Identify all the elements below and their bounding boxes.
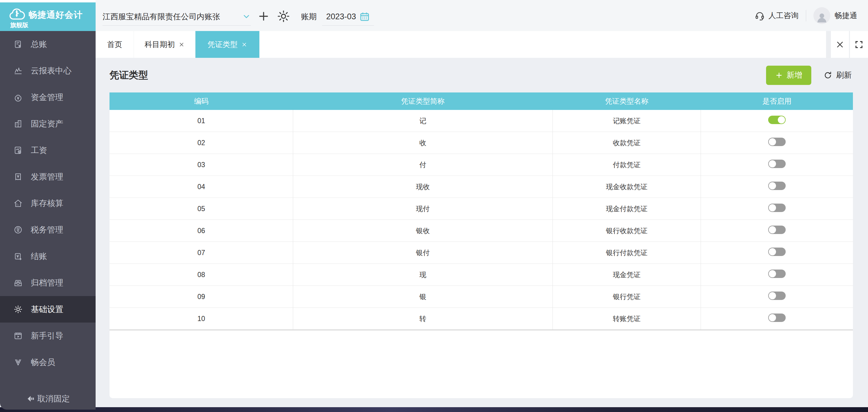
table-row: 09 银 银行凭证 <box>110 286 853 308</box>
fullscreen-button[interactable] <box>850 31 868 58</box>
enable-toggle[interactable] <box>768 182 786 190</box>
cell-code: 05 <box>110 198 293 220</box>
cell-code: 01 <box>110 110 293 132</box>
cell-short-name: 现付 <box>293 198 553 220</box>
tab-label: 凭证类型 <box>208 39 238 49</box>
enable-toggle[interactable] <box>768 116 786 124</box>
close-tab-icon[interactable] <box>241 41 247 47</box>
period-label: 账期 <box>301 11 317 22</box>
plus-icon <box>775 71 783 79</box>
toggle-knob <box>769 270 776 277</box>
refresh-button[interactable]: 刷新 <box>822 70 854 81</box>
enable-toggle[interactable] <box>768 247 786 256</box>
enable-toggle[interactable] <box>768 138 786 146</box>
table-row: 08 现 现金凭证 <box>110 264 853 286</box>
period-value: 2023-03 <box>326 12 356 22</box>
cell-name: 银行凭证 <box>553 286 701 308</box>
support-button[interactable]: 人工咨询 <box>754 10 799 21</box>
sidebar-item-label: 畅会员 <box>31 357 55 368</box>
enable-toggle[interactable] <box>768 313 786 322</box>
voucher-type-card: 编码 凭证类型简称 凭证类型名称 是否启用 01 记 记账凭证 02 收 收款凭… <box>110 93 853 398</box>
cell-enabled <box>701 242 853 264</box>
close-tab-icon[interactable] <box>179 41 185 47</box>
main-content: 凭证类型 新增 刷新 编码 凭证类型简称 凭证类型名称 <box>96 58 868 407</box>
warehouse-icon <box>13 199 23 208</box>
sidebar-item-beginner-guide[interactable]: 新手引导 <box>0 322 96 349</box>
sidebar-item-inventory[interactable]: 库存核算 <box>0 190 96 216</box>
sidebar-item-label: 总账 <box>31 39 47 50</box>
voucher-type-table: 编码 凭证类型简称 凭证类型名称 是否启用 01 记 记账凭证 02 收 收款凭… <box>110 93 853 331</box>
sidebar-item-invoices[interactable]: 发票管理 <box>0 164 96 190</box>
avatar[interactable] <box>813 7 830 24</box>
cell-enabled <box>701 264 853 286</box>
company-name: 江西服宝精品有限责任公司内账张 <box>102 11 220 22</box>
table-row: 05 现付 现金付款凭证 <box>110 198 853 220</box>
sidebar-item-salary[interactable]: 工资 <box>0 137 96 164</box>
add-button[interactable]: 新增 <box>766 66 811 85</box>
cell-code: 03 <box>110 154 293 176</box>
cell-name: 现金收款凭证 <box>553 176 701 198</box>
sidebar: 总账 云报表中心 资金管理 固定资产 <box>0 31 96 410</box>
toggle-knob <box>769 226 776 233</box>
report-chart-icon <box>13 66 23 76</box>
tab-subject-init[interactable]: 科目期初 <box>134 31 195 58</box>
enable-toggle[interactable] <box>768 204 786 212</box>
cell-name: 付款凭证 <box>553 154 701 176</box>
sidebar-item-label: 基础设置 <box>31 304 63 315</box>
enable-toggle[interactable] <box>768 270 786 278</box>
toggle-knob <box>769 314 776 321</box>
company-selector[interactable]: 江西服宝精品有限责任公司内账张 <box>102 8 251 26</box>
table-row: 03 付 付款凭证 <box>110 154 853 176</box>
enable-toggle[interactable] <box>768 226 786 234</box>
tab-home[interactable]: 首页 <box>96 31 134 58</box>
tab-bar: 首页 科目期初 凭证类型 <box>96 31 868 58</box>
sidebar-item-membership[interactable]: 畅会员 <box>0 349 96 376</box>
archive-icon <box>13 278 23 287</box>
cell-name: 记账凭证 <box>553 110 701 132</box>
tab-controls <box>826 31 868 58</box>
col-header-enabled: 是否启用 <box>701 93 853 110</box>
unpin-label: 取消固定 <box>37 393 70 404</box>
cell-short-name: 银 <box>293 286 553 308</box>
brand-name: 畅捷通好会计 <box>28 9 83 21</box>
toggle-knob <box>769 138 776 145</box>
sidebar-item-basic-settings[interactable]: 基础设置 <box>0 296 96 322</box>
unpin-sidebar-button[interactable]: 取消固定 <box>0 393 96 404</box>
sidebar-item-label: 工资 <box>31 145 47 156</box>
video-guide-icon <box>13 331 23 341</box>
enable-toggle[interactable] <box>768 291 786 300</box>
sidebar-item-label: 资金管理 <box>31 92 63 103</box>
tab-label: 首页 <box>107 39 122 49</box>
sidebar-item-label: 税务管理 <box>31 225 63 235</box>
cell-code: 04 <box>110 176 293 198</box>
username[interactable]: 畅捷通 <box>835 10 857 21</box>
cell-short-name: 银付 <box>293 242 553 264</box>
cell-name: 现金付款凭证 <box>553 198 701 220</box>
cell-enabled <box>701 154 853 176</box>
sidebar-item-tax[interactable]: 税务管理 <box>0 216 96 243</box>
tab-voucher-type[interactable]: 凭证类型 <box>195 31 259 58</box>
money-bag-icon <box>13 93 23 102</box>
sidebar-item-fixed-assets[interactable]: 固定资产 <box>0 110 96 137</box>
sidebar-item-cloud-reports[interactable]: 云报表中心 <box>0 58 96 84</box>
table-row: 04 现收 现金收款凭证 <box>110 176 853 198</box>
cell-enabled <box>701 286 853 308</box>
table-row: 01 记 记账凭证 <box>110 110 853 132</box>
cell-short-name: 现收 <box>293 176 553 198</box>
sidebar-item-closing[interactable]: 结账 <box>0 243 96 270</box>
sidebar-item-funds[interactable]: 资金管理 <box>0 84 96 110</box>
cell-code: 10 <box>110 308 293 330</box>
toggle-knob <box>769 204 776 211</box>
period-date-picker[interactable]: 2023-03 <box>322 8 374 26</box>
add-account-set-button[interactable] <box>257 10 270 23</box>
refresh-icon <box>824 71 832 80</box>
add-button-label: 新增 <box>786 70 802 80</box>
enable-toggle[interactable] <box>768 160 786 168</box>
account-settings-gear-icon[interactable] <box>276 9 291 24</box>
sidebar-item-archive[interactable]: 归档管理 <box>0 270 96 296</box>
sidebar-item-label: 云报表中心 <box>31 65 71 76</box>
toggle-knob <box>769 248 776 255</box>
sidebar-item-general-ledger[interactable]: 总账 <box>0 31 96 58</box>
close-tabs-button[interactable] <box>831 31 849 58</box>
cell-enabled <box>701 110 853 132</box>
